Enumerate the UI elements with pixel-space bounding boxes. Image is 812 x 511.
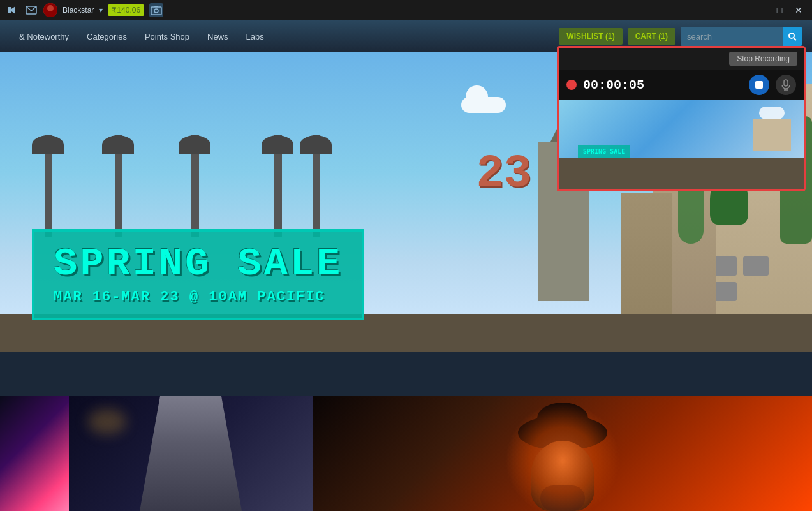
lamp-5	[313, 135, 320, 237]
lamp-3	[191, 135, 199, 237]
thumb-bg-3	[313, 396, 812, 511]
sale-banner-area: SPRING SALE MAR 16-MAR 23 @ 10AM PACIFIC	[13, 229, 812, 320]
title-bar-left: Blackstar ▾ ₹140.06	[5, 3, 163, 17]
stop-recording-button[interactable]: Stop Recording	[729, 52, 797, 66]
mail-icon[interactable]	[24, 3, 38, 17]
lamp-1	[45, 135, 52, 237]
nav-left: & Noteworthy Categories Points Shop News…	[10, 20, 559, 52]
svg-point-7	[154, 9, 158, 13]
nav-right: WISHLIST (1) CART (1)	[559, 27, 802, 46]
cloud-3	[461, 97, 506, 113]
rec-mic-button[interactable]	[776, 75, 796, 95]
stop-icon	[755, 81, 763, 89]
sale-title: SPRING SALE	[54, 244, 343, 284]
user-avatar[interactable]	[43, 3, 57, 17]
search-container	[681, 27, 802, 46]
recording-controls: 00:00:05	[559, 70, 804, 100]
wishlist-button[interactable]: WISHLIST (1)	[559, 28, 622, 45]
search-button[interactable]	[783, 27, 802, 46]
svg-rect-8	[154, 6, 158, 7]
username-label[interactable]: Blackstar	[63, 6, 94, 15]
sale-dates: MAR 16-MAR 23 @ 10AM PACIFIC	[54, 289, 343, 305]
nav-item-categories[interactable]: Categories	[78, 20, 136, 52]
thumb-bg-1	[0, 396, 69, 511]
screenshot-icon[interactable]	[149, 3, 163, 17]
svg-line-10	[794, 38, 796, 40]
svg-point-9	[789, 33, 794, 38]
thumb-bg-2	[69, 396, 313, 511]
cart-button[interactable]: CART (1)	[628, 28, 675, 45]
balance-label: ₹140.06	[108, 4, 144, 16]
nav-item-labs[interactable]: Labs	[237, 20, 273, 52]
recording-indicator	[566, 80, 577, 90]
thumbnails-row	[0, 396, 812, 511]
lamp-4	[274, 135, 282, 237]
svg-marker-1	[11, 6, 15, 14]
spring-sale-sign: SPRING SALE MAR 16-MAR 23 @ 10AM PACIFIC	[32, 229, 364, 320]
recording-header: Stop Recording	[559, 48, 804, 70]
svg-marker-0	[8, 7, 11, 13]
recording-overlay: Stop Recording 00:00:05 SPRING SALE	[557, 46, 806, 191]
recording-timer: 00:00:05	[583, 78, 742, 93]
recording-preview: SPRING SALE	[559, 100, 804, 189]
balance-arrow: ▾	[99, 6, 103, 15]
thumbnail-2[interactable]	[69, 396, 313, 511]
thumbnail-1[interactable]	[0, 396, 69, 511]
nav-item-news[interactable]: News	[198, 20, 237, 52]
building-number: 23	[476, 148, 531, 200]
steam-volume-icon[interactable]	[5, 3, 19, 17]
lamp-2	[115, 135, 122, 237]
svg-rect-11	[784, 80, 788, 86]
minimize-button[interactable]: –	[752, 3, 769, 17]
maximize-button[interactable]: □	[771, 3, 788, 17]
window-controls: – □ ✕	[752, 3, 807, 17]
search-input[interactable]	[681, 32, 783, 41]
svg-point-4	[47, 5, 54, 11]
rec-stop-button[interactable]	[749, 75, 769, 95]
nav-item-noteworthy[interactable]: & Noteworthy	[10, 20, 78, 52]
thumbnail-3[interactable]	[313, 396, 812, 511]
nav-item-points-shop[interactable]: Points Shop	[136, 20, 198, 52]
close-button[interactable]: ✕	[790, 3, 807, 17]
title-bar: Blackstar ▾ ₹140.06 – □ ✕	[0, 0, 812, 20]
svg-rect-6	[151, 7, 161, 15]
